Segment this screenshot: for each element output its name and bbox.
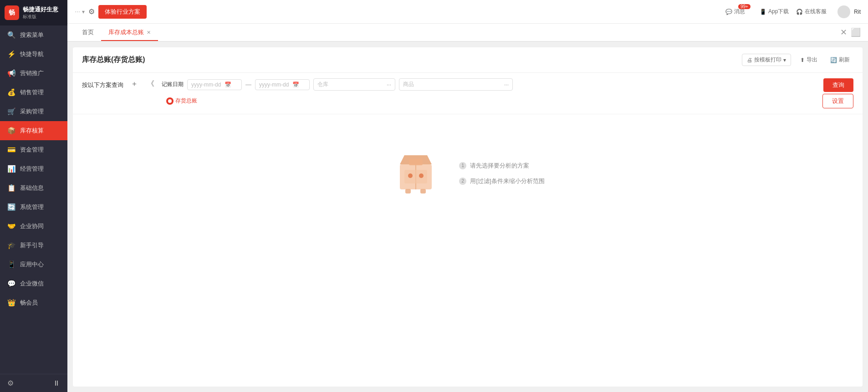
sidebar-label-system: 系统管理 <box>20 203 44 211</box>
dropdown-arrow[interactable]: ▾ <box>82 9 85 15</box>
goods-more-icon[interactable]: ··· <box>504 81 509 88</box>
filter-row-date: 记账日期 yyyy-mm-dd 📅 — yyyy-mm-dd 📅 仓库 · <box>162 78 817 91</box>
topbar-right: 💬 消息 99+ 📱 App下载 🎧 在线客服 Rit <box>725 5 861 18</box>
tip-num-2: 2 <box>459 178 466 185</box>
trial-industry-button[interactable]: 体验行业方案 <box>98 5 147 19</box>
sidebar-item-shortcut[interactable]: ⚡ 快捷导航 <box>0 45 67 64</box>
tab-bar: 首页 库存成本总账 ✕ ✕ ⬜ <box>67 24 868 42</box>
date-start-input[interactable]: yyyy-mm-dd 📅 <box>187 79 242 90</box>
warehouse-more-icon[interactable]: ··· <box>387 81 391 88</box>
sidebar-label-shortcut: 快捷导航 <box>20 50 44 58</box>
tip-row-2: 2 用[过滤]条件来缩小分析范围 <box>459 175 544 187</box>
filter-collapse-button[interactable]: 《 <box>145 78 156 90</box>
page-header: 库存总账(存货总账) 🖨 按模板打印 ▾ ⬆ 导出 🔄 刷新 <box>73 47 863 73</box>
tab-inventory-label: 库存成本总账 <box>108 28 144 36</box>
sidebar-label-member: 畅会员 <box>20 299 38 307</box>
calendar-start-icon[interactable]: 📅 <box>225 81 231 88</box>
filter-add-button[interactable]: ＋ <box>129 78 140 90</box>
sidebar-label-wechat: 企业微信 <box>20 280 44 288</box>
tab-home-label: 首页 <box>82 28 94 36</box>
tab-inventory-ledger[interactable]: 库存成本总账 ✕ <box>101 25 158 41</box>
calendar-end-icon[interactable]: 📅 <box>292 81 299 88</box>
logo-text: 畅捷通好生意 标准版 <box>23 5 58 20</box>
footer-settings-icon[interactable]: ⚙ <box>7 379 14 387</box>
app-download-button[interactable]: 📱 App下载 <box>760 8 789 15</box>
shortcut-icon: ⚡ <box>7 50 15 58</box>
print-dropdown-icon[interactable]: ▾ <box>783 57 786 63</box>
sidebar-item-guide[interactable]: 🎓 新手引导 <box>0 236 67 255</box>
sidebar-item-operations[interactable]: 📊 经营管理 <box>0 159 67 178</box>
refresh-button[interactable]: 🔄 刷新 <box>827 54 853 66</box>
panel-close-icon[interactable]: ✕ <box>840 27 847 37</box>
date-start-text: yyyy-mm-dd <box>191 81 221 88</box>
operations-icon: 📊 <box>7 165 15 173</box>
filter-area: 按以下方案查询 ＋ 《 记账日期 yyyy-mm-dd 📅 — yyyy-mm-… <box>73 73 863 114</box>
scheme-item-inventory[interactable]: 存货总账 <box>162 95 202 107</box>
sidebar-item-corp[interactable]: 🤝 企业协同 <box>0 217 67 236</box>
sidebar-item-inventory[interactable]: 📦 库存核算 <box>0 121 67 140</box>
sidebar-label-inventory: 库存核算 <box>20 127 44 135</box>
sidebar-label-apps: 应用中心 <box>20 260 44 269</box>
message-badge: 99+ <box>738 4 751 9</box>
corp-icon: 🤝 <box>7 222 15 230</box>
box-svg <box>391 151 445 196</box>
wechat-icon: 💬 <box>7 280 15 288</box>
sidebar-item-basic[interactable]: 📋 基础信息 <box>0 178 67 198</box>
sidebar-item-search[interactable]: 🔍 搜索菜单 <box>0 25 67 45</box>
sidebar-item-member[interactable]: 👑 畅会员 <box>0 293 67 312</box>
message-button[interactable]: 💬 消息 99+ <box>725 8 745 15</box>
content-panel: 库存总账(存货总账) 🖨 按模板打印 ▾ ⬆ 导出 🔄 刷新 <box>67 42 868 392</box>
goods-select[interactable]: 商品 ··· <box>399 78 513 91</box>
guide-icon: 🎓 <box>7 241 15 249</box>
date-end-input[interactable]: yyyy-mm-dd 📅 <box>255 79 310 90</box>
print-button[interactable]: 🖨 按模板打印 ▾ <box>742 54 791 66</box>
sidebar-item-purchase[interactable]: 🛒 采购管理 <box>0 102 67 121</box>
online-service-button[interactable]: 🎧 在线客服 <box>796 8 827 15</box>
topbar-settings-icon[interactable]: ⚙ <box>88 7 95 16</box>
apps-icon: 📱 <box>7 260 15 269</box>
svg-point-7 <box>419 173 424 178</box>
sidebar-label-finance: 资金管理 <box>20 146 44 154</box>
tip-num-1: 1 <box>459 162 466 169</box>
system-icon: 🔄 <box>7 203 15 211</box>
panel-expand-icon[interactable]: ⬜ <box>851 27 861 37</box>
printer-icon: 🖨 <box>747 57 752 63</box>
sidebar-item-apps[interactable]: 📱 应用中心 <box>0 255 67 274</box>
date-end-text: yyyy-mm-dd <box>259 81 289 88</box>
svg-point-0 <box>168 99 172 103</box>
user-avatar <box>837 5 850 18</box>
brand-name: 畅捷通好生意 <box>23 5 58 14</box>
tip-text-2: 用[过滤]条件来缩小分析范围 <box>470 175 544 187</box>
logo-icon: 畅 <box>5 5 19 20</box>
sidebar-label-corp: 企业协同 <box>20 222 44 230</box>
refresh-label: 刷新 <box>839 56 850 64</box>
sidebar-label-basic: 基础信息 <box>20 184 44 192</box>
svg-rect-9 <box>420 189 426 193</box>
search-icon: 🔍 <box>7 31 15 39</box>
sidebar-item-system[interactable]: 🔄 系统管理 <box>0 198 67 217</box>
sidebar-item-finance[interactable]: 💳 资金管理 <box>0 140 67 159</box>
topbar: ⋯ ▾ ⚙ 体验行业方案 💬 消息 99+ 📱 App下载 🎧 在线客服 R <box>67 0 868 24</box>
finance-icon: 💳 <box>7 146 15 154</box>
sidebar-item-sales[interactable]: 💰 销售管理 <box>0 83 67 102</box>
sidebar-item-marketing[interactable]: 📢 营销推广 <box>0 64 67 83</box>
warehouse-select[interactable]: 仓库 ··· <box>313 78 395 91</box>
sidebar-item-wechat[interactable]: 💬 企业微信 <box>0 274 67 293</box>
date-field-label: 记账日期 <box>162 81 184 88</box>
sidebar: 畅 畅捷通好生意 标准版 🔍 搜索菜单 ⚡ 快捷导航 📢 营销推广 💰 销售管理… <box>0 0 67 392</box>
settings-button[interactable]: 设置 <box>822 94 853 108</box>
page-header-actions: 🖨 按模板打印 ▾ ⬆ 导出 🔄 刷新 <box>742 54 853 66</box>
date-separator: — <box>245 81 251 88</box>
svg-rect-4 <box>409 159 423 165</box>
tab-home[interactable]: 首页 <box>75 25 101 41</box>
scheme-check-svg <box>168 99 172 103</box>
sidebar-label-operations: 经营管理 <box>20 165 44 173</box>
footer-collapse-icon[interactable]: ⏸ <box>53 379 60 387</box>
user-menu[interactable]: Rit <box>837 5 861 18</box>
export-icon: ⬆ <box>800 57 805 63</box>
version-label: 标准版 <box>23 14 58 20</box>
query-button[interactable]: 查询 <box>823 78 853 92</box>
export-button[interactable]: ⬆ 导出 <box>797 54 821 66</box>
tip-text-1: 请先选择要分析的方案 <box>470 160 529 172</box>
tab-close-icon[interactable]: ✕ <box>147 30 151 36</box>
